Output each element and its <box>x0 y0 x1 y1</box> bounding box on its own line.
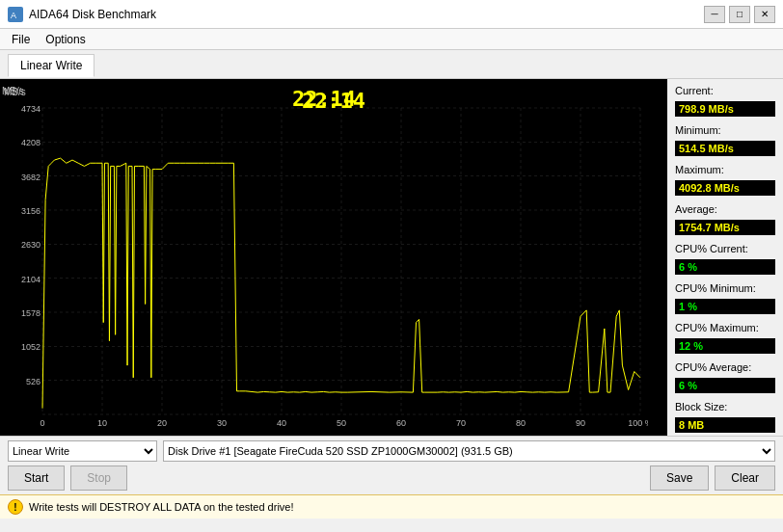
block-size-label: Block Size: <box>675 401 775 412</box>
maximum-value: 4092.8 MB/s <box>675 180 775 196</box>
menu-options[interactable]: Options <box>38 31 93 47</box>
maximum-label: Maximum: <box>675 164 775 175</box>
close-button[interactable]: ✕ <box>754 6 775 23</box>
block-size-value: 8 MB <box>675 417 775 433</box>
drive-select[interactable]: Disk Drive #1 [Seagate FireCuda 520 SSD … <box>163 440 775 462</box>
warning-bar: ! Write tests will DESTROY ALL DATA on t… <box>0 494 783 519</box>
menu-file[interactable]: File <box>4 31 38 47</box>
cpu-maximum-value: 12 % <box>675 338 775 354</box>
current-label: Current: <box>675 85 775 96</box>
minimum-label: Minimum: <box>675 124 775 136</box>
cpu-average-label: CPU% Average: <box>675 361 775 373</box>
window-controls: ─ □ ✕ <box>704 6 775 23</box>
warning-text: Write tests will DESTROY ALL DATA on the… <box>29 501 294 513</box>
cpu-minimum-label: CPU% Minimum: <box>675 282 775 294</box>
minimize-button[interactable]: ─ <box>704 6 725 23</box>
stats-panel: Current: 798.9 MB/s Minimum: 514.5 MB/s … <box>667 79 783 436</box>
average-label: Average: <box>675 203 775 215</box>
cpu-current-label: CPU% Current: <box>675 243 775 254</box>
bottom-controls: Linear WriteLinear ReadRandom ReadRandom… <box>0 436 783 494</box>
main-content: MB/s 22:14 Current: 798.9 MB/s Minimum: … <box>0 79 783 436</box>
maximize-button[interactable]: □ <box>729 6 750 23</box>
cpu-minimum-value: 1 % <box>675 299 775 314</box>
disk-chart <box>0 79 648 436</box>
start-button[interactable]: Start <box>8 466 65 491</box>
clear-button[interactable]: Clear <box>715 466 775 491</box>
chart-time: 22:14 <box>302 89 365 113</box>
stop-button[interactable]: Stop <box>70 466 127 491</box>
app-icon: A <box>8 7 23 22</box>
tab-bar: Linear Write <box>0 50 783 79</box>
menu-bar: File Options <box>0 29 783 50</box>
save-button[interactable]: Save <box>650 466 709 491</box>
window-title: AIDA64 Disk Benchmark <box>29 8 156 21</box>
cpu-average-value: 6 % <box>675 378 775 393</box>
current-value: 798.9 MB/s <box>675 101 775 117</box>
average-value: 1754.7 MB/s <box>675 220 775 235</box>
warning-icon: ! <box>8 499 23 515</box>
minimum-value: 514.5 MB/s <box>675 141 775 156</box>
test-select[interactable]: Linear WriteLinear ReadRandom ReadRandom… <box>8 440 157 462</box>
cpu-maximum-label: CPU% Maximum: <box>675 322 775 333</box>
title-bar: A AIDA64 Disk Benchmark ─ □ ✕ <box>0 0 783 29</box>
mb-label: MB/s <box>4 87 26 97</box>
svg-text:A: A <box>11 11 16 20</box>
chart-container: MB/s 22:14 <box>0 79 667 436</box>
tab-linear-write[interactable]: Linear Write <box>8 54 94 77</box>
cpu-current-value: 6 % <box>675 259 775 275</box>
